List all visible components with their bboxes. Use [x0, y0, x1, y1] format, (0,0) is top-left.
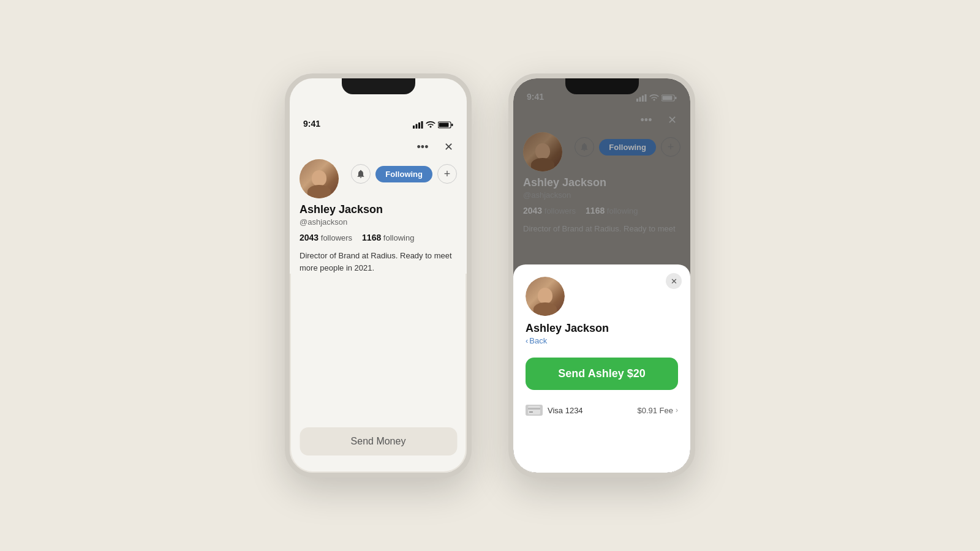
status-bar: 9:41 [290, 105, 467, 132]
phone-2: 9:41 [508, 73, 695, 478]
followers-stat: 2043 followers [300, 233, 352, 242]
following-count: 1168 [362, 233, 381, 242]
notch [342, 78, 415, 94]
send-ashley-button[interactable]: Send Ashley $20 [526, 358, 678, 390]
modal-avatar [526, 277, 565, 316]
card-label: Visa 1234 [548, 406, 583, 415]
avatar-image [300, 159, 339, 198]
profile-username: @ashjackson [300, 217, 457, 227]
action-buttons: Following + [351, 164, 457, 184]
bell-icon [356, 169, 366, 179]
svg-rect-6 [451, 124, 453, 126]
svg-rect-14 [528, 406, 540, 414]
following-stat: 1168 following [362, 233, 414, 242]
modal-close-button[interactable]: ✕ [666, 273, 682, 289]
profile-screen: 9:41 [290, 78, 467, 274]
header-actions: ••• ✕ [290, 132, 467, 159]
send-money-button[interactable]: Send Money [300, 427, 457, 455]
svg-rect-1 [416, 124, 418, 129]
profile-top: Following + [300, 159, 457, 198]
wifi-icon [426, 121, 435, 129]
profile-info: Following + Ashley Jackson @ashjackson 2… [290, 159, 467, 274]
payment-fee: $0.91 Fee › [637, 406, 678, 415]
modal-name: Ashley Jackson [526, 322, 678, 335]
visa-card-icon [528, 406, 540, 414]
chevron-right-icon: › [676, 406, 678, 414]
profile-bio: Director of Brand at Radius. Ready to me… [300, 250, 457, 274]
phone2-screen: 9:41 [513, 78, 690, 473]
card-icon [526, 405, 543, 416]
back-button[interactable]: ‹ Back [526, 336, 547, 345]
time: 9:41 [303, 119, 320, 129]
svg-rect-0 [413, 126, 415, 129]
following-label: following [383, 233, 415, 242]
svg-rect-16 [529, 411, 533, 413]
fee-label: $0.91 Fee [637, 406, 673, 415]
signal-icon [413, 121, 423, 129]
phone-1: 9:41 [285, 73, 472, 478]
more-button[interactable]: ••• [414, 138, 431, 156]
payment-method: Visa 1234 $0.91 Fee › [526, 399, 678, 422]
profile-stats: 2043 followers 1168 following [300, 233, 457, 242]
svg-rect-15 [528, 408, 540, 410]
svg-rect-3 [421, 121, 423, 129]
battery-icon [438, 121, 453, 129]
add-button[interactable]: + [437, 164, 457, 184]
phone1-screen: 9:41 [290, 78, 467, 473]
chevron-left-icon: ‹ [526, 336, 528, 345]
close-button[interactable]: ✕ [440, 138, 457, 156]
back-label: Back [529, 336, 547, 345]
modal-overlay: ✕ Ashley Jackson ‹ Back Send Ashley $20 [513, 78, 690, 473]
status-icons [413, 121, 453, 129]
svg-rect-5 [439, 123, 449, 127]
svg-rect-2 [418, 122, 420, 129]
payment-left: Visa 1234 [526, 405, 583, 416]
followers-count: 2043 [300, 233, 318, 242]
modal-avatar-image [526, 277, 565, 316]
notification-button[interactable] [351, 164, 371, 184]
avatar [300, 159, 339, 198]
followers-label: followers [321, 233, 352, 242]
profile-name: Ashley Jackson [300, 203, 457, 216]
modal-sheet: ✕ Ashley Jackson ‹ Back Send Ashley $20 [513, 264, 690, 473]
following-button[interactable]: Following [375, 166, 432, 182]
